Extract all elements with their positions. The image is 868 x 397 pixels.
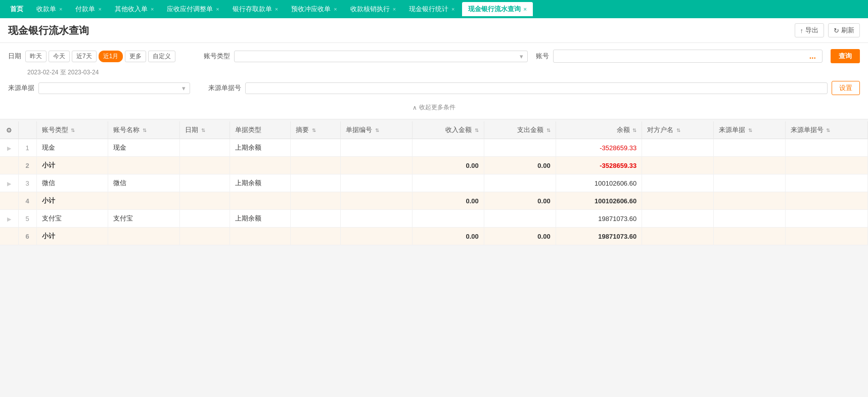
nav-tab-receipt[interactable]: 收款单 × <box>30 2 68 16</box>
th-income[interactable]: 收入金额 ⇅ <box>413 121 484 139</box>
row-expense: 0.00 <box>484 157 556 174</box>
row-gear-cell[interactable] <box>0 157 18 174</box>
th-gear[interactable]: ⚙ <box>0 121 18 139</box>
th-summary[interactable]: 摘要 ⇅ <box>290 121 340 139</box>
row-doc-type: 上期余额 <box>230 174 291 192</box>
account-type-label: 账号类型 <box>204 52 230 61</box>
sort-summary-icon: ⇅ <box>312 127 316 133</box>
row-account-type: 小计 <box>36 157 108 174</box>
table-row[interactable]: 4 小计 0.00 0.00 100102606.60 <box>0 192 868 210</box>
date-btn-yesterday[interactable]: 昨天 <box>25 51 47 62</box>
date-btn-today[interactable]: 今天 <box>49 51 70 62</box>
nav-tab-home[interactable]: 首页 <box>4 2 29 16</box>
table-row[interactable]: ▶ 5 支付宝 支付宝 上期余额 19871073.60 <box>0 210 868 228</box>
row-gear-cell[interactable]: ▶ <box>0 210 18 228</box>
refresh-button[interactable]: ↻ 刷新 <box>828 23 860 37</box>
nav-tab-cash-bank-flow[interactable]: 现金银行流水查询 × <box>462 2 533 16</box>
account-label: 账号 <box>536 52 549 61</box>
date-filter-label: 日期 <box>8 52 21 61</box>
settings-button[interactable]: 设置 <box>832 81 860 95</box>
row-source-doc-no <box>785 174 867 192</box>
th-account-type-label: 账号类型 <box>42 126 68 134</box>
th-source-doc-label: 来源单据 <box>719 126 745 134</box>
export-button[interactable]: ↑ 导出 <box>795 23 825 37</box>
date-btn-1month[interactable]: 近1月 <box>99 51 123 62</box>
row-gear-cell[interactable]: ▶ <box>0 139 18 157</box>
nav-tab-ar-ap-adjust-close[interactable]: × <box>216 6 219 12</box>
th-balance[interactable]: 余额 ⇅ <box>556 121 642 139</box>
th-doc-no-label: 单据编号 <box>346 126 372 134</box>
gear-icon: ⚙ <box>6 126 12 134</box>
row-balance: 100102606.60 <box>556 192 642 210</box>
th-account-type[interactable]: 账号类型 ⇅ <box>36 121 108 139</box>
nav-tab-cash-bank-stat[interactable]: 现金银行统计 × <box>403 2 461 16</box>
row-account-name <box>108 157 180 174</box>
account-type-filter-group: 账号类型 ▾ <box>204 51 528 62</box>
row-gear-cell[interactable] <box>0 192 18 210</box>
th-source-doc[interactable]: 来源单据 ⇅ <box>714 121 786 139</box>
sort-date-icon: ⇅ <box>201 127 205 133</box>
th-source-doc-no[interactable]: 来源单据号 ⇅ <box>785 121 867 139</box>
page-header: 现金银行流水查询 ↑ 导出 ↻ 刷新 <box>0 18 868 43</box>
nav-tab-other-income[interactable]: 其他收入单 × <box>109 2 160 16</box>
date-btn-7days[interactable]: 近7天 <box>72 51 97 62</box>
nav-tab-receipt-verify[interactable]: 收款核销执行 × <box>344 2 402 16</box>
th-doc-no[interactable]: 单据编号 ⇅ <box>341 121 413 139</box>
nav-tab-bank-deposit[interactable]: 银行存取款单 × <box>226 2 284 16</box>
th-expense[interactable]: 支出金额 ⇅ <box>484 121 556 139</box>
row-source-doc <box>714 228 786 245</box>
table-row[interactable]: 6 小计 0.00 0.00 19871073.60 <box>0 228 868 245</box>
collapse-up-icon: ∧ <box>413 104 417 111</box>
row-balance: 19871073.60 <box>556 210 642 228</box>
nav-tab-other-income-close[interactable]: × <box>151 6 154 12</box>
nav-tab-receipt-verify-close[interactable]: × <box>393 6 396 12</box>
account-dots-button[interactable]: ... <box>807 52 818 61</box>
account-input-wrapper: ... <box>553 50 823 63</box>
sort-counterparty-icon: ⇅ <box>676 127 680 133</box>
row-gear-cell[interactable] <box>0 228 18 245</box>
account-type-select[interactable]: ▾ <box>234 51 528 62</box>
row-number: 4 <box>18 192 36 210</box>
row-source-doc-no <box>785 192 867 210</box>
th-account-name[interactable]: 账号名称 ⇅ <box>108 121 180 139</box>
source-doc-select[interactable]: ▾ <box>38 82 190 94</box>
source-doc-filter-group: 来源单据 ▾ <box>8 82 190 94</box>
row-account-name: 现金 <box>108 139 180 157</box>
nav-tab-payment[interactable]: 付款单 × <box>69 2 107 16</box>
th-date[interactable]: 日期 ⇅ <box>180 121 230 139</box>
row-gear-cell[interactable]: ▶ <box>0 174 18 192</box>
filter-area: 日期 昨天 今天 近7天 近1月 更多 自定义 账号类型 ▾ 账号 ... <box>0 43 868 119</box>
nav-tab-ar-ap-adjust[interactable]: 应收应付调整单 × <box>161 2 225 16</box>
th-income-label: 收入金额 <box>445 126 472 134</box>
date-btn-more[interactable]: 更多 <box>125 51 146 62</box>
nav-tab-advance-receipt[interactable]: 预收冲应收单 × <box>285 2 343 16</box>
table-row[interactable]: 2 小计 0.00 0.00 -3528659.33 <box>0 157 868 174</box>
nav-tab-cash-bank-flow-close[interactable]: × <box>524 6 527 12</box>
export-label: 导出 <box>805 26 818 35</box>
row-income <box>413 139 484 157</box>
top-navigation: 首页 收款单 × 付款单 × 其他收入单 × 应收应付调整单 × 银行存取款单 … <box>0 0 868 18</box>
row-date <box>180 174 230 192</box>
nav-tab-cash-bank-stat-close[interactable]: × <box>451 6 454 12</box>
table-row[interactable]: ▶ 1 现金 现金 上期余额 -3528659.33 <box>0 139 868 157</box>
table-body: ▶ 1 现金 现金 上期余额 -3528659.33 2 小计 0.00 0.0… <box>0 139 868 245</box>
row-income: 0.00 <box>413 157 484 174</box>
nav-tab-receipt-close[interactable]: × <box>59 6 62 12</box>
collapse-bar[interactable]: ∧ 收起更多条件 <box>8 100 860 113</box>
sort-account-type-icon: ⇅ <box>71 127 75 133</box>
row-expense <box>484 210 556 228</box>
date-btn-custom[interactable]: 自定义 <box>148 51 175 62</box>
source-doc-no-input[interactable] <box>245 82 828 94</box>
row-counterparty <box>642 228 714 245</box>
row-source-doc-no <box>785 157 867 174</box>
row-balance: 100102606.60 <box>556 174 642 192</box>
refresh-icon: ↻ <box>834 27 839 34</box>
nav-tab-bank-deposit-close[interactable]: × <box>275 6 278 12</box>
table-row[interactable]: ▶ 3 微信 微信 上期余额 100102606.60 <box>0 174 868 192</box>
nav-tab-payment-close[interactable]: × <box>98 6 101 12</box>
row-balance: -3528659.33 <box>556 139 642 157</box>
th-counterparty[interactable]: 对方户名 ⇅ <box>642 121 714 139</box>
row-number: 5 <box>18 210 36 228</box>
query-button[interactable]: 查询 <box>831 49 860 63</box>
nav-tab-advance-receipt-close[interactable]: × <box>334 6 337 12</box>
